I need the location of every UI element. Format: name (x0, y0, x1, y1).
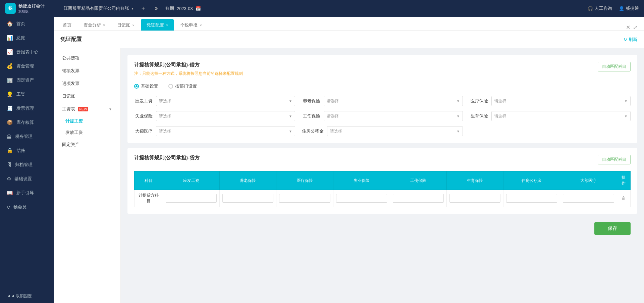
sidebar-item-inventory[interactable]: 📦 库存核算 (0, 115, 54, 130)
gross-input[interactable] (166, 194, 217, 203)
left-nav-public-label: 公共选项 (62, 55, 79, 61)
save-button[interactable]: 保存 (594, 222, 631, 235)
large-medical-input[interactable] (563, 194, 614, 203)
tab-tax-report[interactable]: 个税申报 × (174, 19, 207, 31)
two-panel: 公共选项 销项发票 进项发票 日记账 工资表 NEW ▼ 计提工资 (54, 48, 644, 303)
sidebar-item-member[interactable]: V 畅会员 (0, 200, 54, 214)
left-nav-purchase-invoice[interactable]: 进项发票 (54, 77, 120, 90)
injury-select[interactable]: 请选择 ▼ (324, 111, 463, 121)
user-button[interactable]: 👤 畅捷通 (619, 5, 639, 11)
row-housing-cell[interactable] (503, 190, 560, 207)
debit-section-title: 计提核算规则(公司承担)-借方 (134, 62, 243, 68)
left-nav-sales-invoice[interactable]: 销项发票 (54, 64, 120, 77)
close-journal-tab-icon[interactable]: × (132, 23, 134, 27)
row-medical-cell[interactable] (276, 190, 333, 207)
row-gross-cell[interactable] (163, 190, 220, 207)
pension-input[interactable] (222, 194, 273, 203)
credit-auto-match-button[interactable]: 自动匹配科目 (598, 155, 631, 164)
add-tab-button[interactable]: + (139, 4, 147, 12)
housing-fund-select[interactable]: 请选择 ▼ (327, 126, 463, 136)
tab-funds-analysis[interactable]: 资金分析 × (78, 19, 111, 31)
username-label: 畅捷通 (626, 5, 639, 11)
left-nav-public[interactable]: 公共选项 (54, 52, 120, 64)
sidebar-item-guide[interactable]: 📖 新手引导 (0, 186, 54, 200)
maternity-arrow: ▼ (624, 114, 628, 118)
sidebar-item-salary[interactable]: 👷 工资 (0, 87, 54, 101)
form-item-housing-fund: 住房公积金 请选择 ▼ (302, 126, 463, 136)
gross-salary-arrow: ▼ (289, 99, 292, 103)
row-maternity-cell[interactable] (447, 190, 503, 207)
sidebar-label-settings: 基础设置 (14, 176, 32, 182)
tab-voucher-config[interactable]: 凭证配置 × (141, 19, 174, 31)
sidebar-item-reports[interactable]: 📈 云报表中心 (0, 45, 54, 59)
sidebar-item-close[interactable]: 🔒 结账 (0, 144, 54, 158)
maximize-window-icon[interactable]: ⤢ (633, 24, 637, 31)
housing-input[interactable] (506, 194, 557, 203)
row-injury-cell[interactable] (390, 190, 446, 207)
sidebar-item-ledger[interactable]: 📊 总账 (0, 31, 54, 45)
maternity-select[interactable]: 请选择 ▼ (491, 111, 631, 121)
sidebar-item-funds[interactable]: 💰 资金管理 (0, 59, 54, 73)
unemployment-input[interactable] (336, 194, 387, 203)
radio-basic-settings[interactable]: 基础设置 (134, 83, 158, 89)
medical-select[interactable]: 请选择 ▼ (491, 96, 631, 106)
injury-input[interactable] (393, 194, 444, 203)
pension-label: 养老保险 (302, 98, 320, 104)
close-window-icon[interactable]: ✕ (626, 24, 630, 31)
tab-journal[interactable]: 日记账 × (111, 19, 140, 31)
row-pension-cell[interactable] (220, 190, 276, 207)
unemployment-select[interactable]: 请选择 ▼ (156, 111, 295, 121)
tab-bar: 首页 资金分析 × 日记账 × 凭证配置 × 个税申报 × ✕ ⤢ (54, 17, 644, 31)
debit-auto-match-button[interactable]: 自动匹配科目 (598, 62, 631, 71)
close-tax-tab-icon[interactable]: × (200, 23, 202, 27)
row-unemployment-cell[interactable] (333, 190, 390, 207)
sidebar-item-invoice[interactable]: 🧾 发票管理 (0, 101, 54, 115)
funds-icon: 💰 (7, 63, 13, 69)
sidebar-unpin-button[interactable]: ◄◄ 取消固定 (0, 289, 54, 303)
medical-label: 医疗保险 (470, 98, 488, 104)
page-header: 凭证配置 ↻ 刷新 (54, 31, 644, 48)
refresh-icon: ↻ (624, 37, 627, 42)
credit-table: 科目 应发工资 养老保险 医疗保险 失业保险 工伤保险 生育保险 住房公积金 大… (134, 171, 631, 207)
left-nav-salary-table[interactable]: 工资表 NEW ▼ (54, 103, 120, 115)
calendar-icon[interactable]: 📅 (196, 6, 201, 11)
settings-icon[interactable]: ⚙ (152, 4, 160, 12)
medical-input[interactable] (279, 194, 330, 203)
sidebar: 🏠 首页 📊 总账 📈 云报表中心 💰 资金管理 🏢 固定资产 👷 工资 🧾 发… (0, 17, 54, 303)
sidebar-item-settings[interactable]: ⚙ 基础设置 (0, 172, 54, 186)
injury-placeholder: 请选择 (327, 113, 339, 119)
gross-salary-select[interactable]: 请选择 ▼ (156, 96, 295, 106)
pension-select[interactable]: 请选择 ▼ (324, 96, 463, 106)
left-nav-payroll-accrual[interactable]: 计提工资 (54, 115, 120, 127)
sidebar-label-reports: 云报表中心 (16, 49, 38, 55)
gear-icon: ⚙ (7, 176, 11, 182)
consult-button[interactable]: 🎧 人工咨询 (588, 5, 612, 11)
injury-arrow: ▼ (457, 114, 460, 118)
row-large-medical-cell[interactable] (560, 190, 617, 207)
sidebar-item-home[interactable]: 🏠 首页 (0, 17, 54, 31)
close-funds-tab-icon[interactable]: × (103, 23, 105, 27)
reports-icon: 📈 (7, 49, 13, 55)
sidebar-item-tax[interactable]: 🏛 税务管理 (0, 130, 54, 144)
archive-icon: 🗄 (7, 162, 12, 168)
sidebar-label-close: 结账 (16, 148, 25, 154)
form-item-large-medical: 大额医疗 请选择 ▼ (134, 126, 295, 136)
sidebar-item-archive[interactable]: 🗄 归档管理 (0, 158, 54, 172)
close-voucher-tab-icon[interactable]: × (166, 23, 168, 27)
company-selector[interactable]: 江西服宝精品有限责任公司内账张 ▼ (64, 5, 134, 11)
radio-dept-label: 按部门设置 (175, 83, 197, 89)
large-medical-select[interactable]: 请选择 ▼ (156, 126, 295, 136)
expand-icon[interactable]: ▼ (109, 107, 112, 111)
tab-home[interactable]: 首页 (57, 19, 77, 31)
maternity-label: 生育保险 (470, 113, 488, 119)
maternity-input[interactable] (449, 194, 500, 203)
credit-section-title: 计提核算规则(公司承担)-贷方 (134, 155, 200, 161)
delete-row-icon[interactable]: 🗑 (621, 196, 626, 201)
period-area: 账期 2023-03 📅 (165, 5, 201, 11)
left-nav-payroll-payment[interactable]: 发放工资 (54, 127, 120, 138)
refresh-button[interactable]: ↻ 刷新 (624, 37, 637, 43)
radio-department-settings[interactable]: 按部门设置 (168, 83, 197, 89)
left-nav-journal[interactable]: 日记账 (54, 90, 120, 103)
left-nav-fixed-assets[interactable]: 固定资产 (54, 138, 120, 151)
sidebar-item-assets[interactable]: 🏢 固定资产 (0, 73, 54, 87)
